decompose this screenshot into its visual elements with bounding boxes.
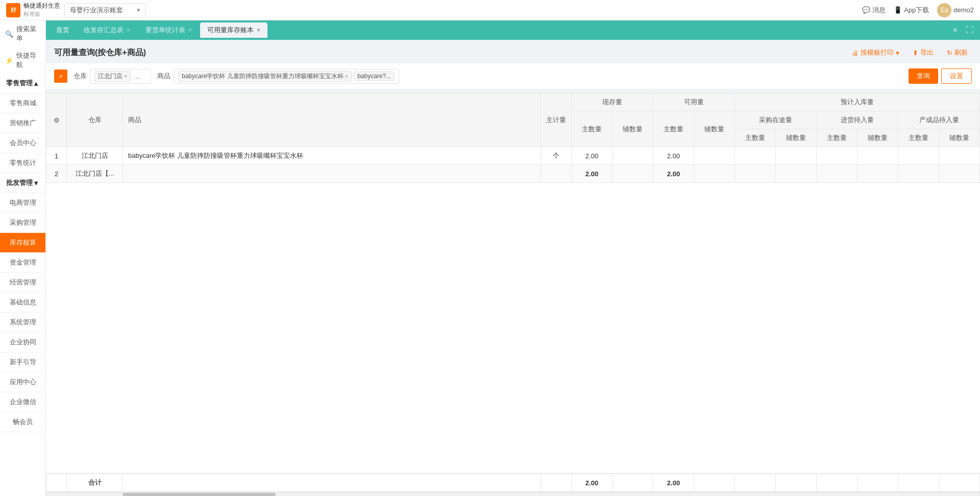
- th-warehouse: 仓库: [67, 93, 123, 147]
- page-actions: 🖨 按模板打印 ▾ ⬆ 导出 ↻ 刷新: [848, 46, 972, 59]
- warehouse-tag-close[interactable]: ×: [124, 73, 127, 79]
- th-available-aux: 辅数量: [694, 111, 735, 147]
- sidebar-item-enterprise-collab[interactable]: 企业协同: [0, 333, 45, 352]
- sidebar-item-purchase-mgmt[interactable]: 采购管理: [0, 213, 45, 233]
- export-icon: ⬆: [913, 49, 918, 57]
- main-layout: 🔍 搜索菜单 ⚡ 快捷导航 零售管理 ▲ 零售商城 营销推广 会员中心 零售统计…: [0, 20, 980, 496]
- sidebar-item-ecommerce-mgmt[interactable]: 电商管理: [0, 193, 45, 213]
- sidebar-item-new-guide[interactable]: 新手引导: [0, 352, 45, 372]
- table-scroll[interactable]: ⚙ 仓库 商品 主计量 现存量 可用量 预计入库量 主数量: [46, 93, 980, 473]
- export-label: 导出: [920, 48, 934, 57]
- tab-close-all-icon[interactable]: ×: [950, 25, 961, 36]
- th-main-unit: 主计量: [541, 93, 572, 147]
- nav-icon: ⚡: [5, 57, 13, 64]
- sidebar-item-retail-mall[interactable]: 零售商城: [0, 93, 45, 113]
- th-current-stock: 现存量: [572, 93, 653, 111]
- cell-inbound-pending-aux: [857, 147, 898, 165]
- scrollbar-thumb[interactable]: [122, 493, 276, 496]
- cell-production-pending-main: [898, 165, 939, 183]
- tab-order-stats[interactable]: 要货单统计表 ×: [138, 22, 199, 38]
- sidebar-item-basic-info[interactable]: 基础信息: [0, 293, 45, 313]
- sidebar-item-wholesale-mgmt[interactable]: 批发管理 ▼: [0, 173, 45, 193]
- print-btn[interactable]: 🖨 按模板打印 ▾: [848, 46, 903, 59]
- tab-close-icon[interactable]: ×: [257, 27, 260, 33]
- sidebar-search[interactable]: 🔍 搜索菜单: [0, 20, 45, 47]
- sidebar-item-label: 营销推广: [10, 119, 36, 128]
- refresh-btn[interactable]: ↻ 刷新: [943, 46, 972, 59]
- industry-label: 母婴行业演示账套: [70, 6, 123, 15]
- user-label: demo2: [953, 6, 974, 14]
- sidebar-item-retail-mgmt[interactable]: 零售管理 ▲: [0, 74, 45, 93]
- th-purchase-transit-main: 主数量: [735, 129, 776, 147]
- sidebar-item-inventory[interactable]: 库存核算: [0, 233, 45, 253]
- cell-production-pending-main: [898, 147, 939, 165]
- th-purchase-transit-aux: 辅数量: [776, 129, 817, 147]
- th-current-aux: 辅数量: [612, 111, 653, 147]
- export-btn[interactable]: ⬆ 导出: [909, 46, 938, 59]
- sidebar-item-member-vip[interactable]: 畅会员: [0, 412, 45, 432]
- sidebar-quick-nav[interactable]: ⚡ 快捷导航: [0, 47, 45, 74]
- filter-expand-btn[interactable]: »: [54, 69, 67, 83]
- tab-label: 要货单统计表: [145, 26, 185, 35]
- top-bar: 好 畅捷通好生意 标准版 母婴行业演示账套 ▾ 💬 消息 📱 App下载 Ea …: [0, 0, 980, 20]
- sidebar-item-finance-mgmt[interactable]: 资金管理: [0, 253, 45, 273]
- tab-close-icon[interactable]: ×: [127, 27, 130, 33]
- product-tag-1-close[interactable]: ×: [345, 73, 348, 79]
- print-label: 按模板打印: [861, 48, 894, 57]
- refresh-label: 刷新: [954, 48, 968, 57]
- footer-purchase-transit-aux: [776, 474, 817, 492]
- settings-icon[interactable]: ⚙: [54, 116, 60, 124]
- filter-more-icon[interactable]: ...: [133, 72, 141, 81]
- message-icon: 💬: [862, 6, 870, 14]
- cell-purchase-transit-main: [735, 147, 776, 165]
- th-purchase-transit: 采购在途量: [735, 111, 817, 129]
- cell-available-main: 2.00: [653, 147, 694, 165]
- footer-product-cell: [123, 474, 541, 492]
- sidebar-item-member-center[interactable]: 会员中心: [0, 133, 45, 153]
- footer-row: 合计 2.00 2.00: [46, 474, 980, 492]
- message-btn[interactable]: 💬 消息: [862, 6, 886, 15]
- th-inbound-pending-aux: 辅数量: [857, 129, 898, 147]
- tab-receivable-summary[interactable]: 收发存汇总表 ×: [77, 22, 137, 38]
- th-planned-inbound: 预计入库量: [735, 93, 980, 111]
- cell-warehouse: 江北门店: [67, 147, 123, 165]
- horizontal-scrollbar[interactable]: [46, 492, 980, 496]
- th-no: ⚙: [46, 93, 67, 147]
- tab-fullscreen-icon[interactable]: ⛶: [963, 25, 977, 36]
- cell-product: babycare学饮杯 儿童防摔防撞吸管杯重力球吸嘴杯宝宝水杯: [123, 147, 541, 165]
- query-button[interactable]: 查询: [909, 68, 938, 84]
- product-filter-input[interactable]: babycare学饮杯 儿童防摔防撞吸管杯重力球吸嘴杯宝宝水杯 × babyca…: [174, 69, 399, 84]
- sidebar-item-operations-mgmt[interactable]: 经营管理: [0, 273, 45, 293]
- tab-home[interactable]: 首页: [49, 22, 77, 38]
- footer-purchase-transit-main: [735, 474, 776, 492]
- th-product: 商品: [123, 93, 541, 147]
- cell-no: 1: [46, 147, 67, 165]
- sidebar-item-label: 电商管理: [10, 198, 36, 207]
- sidebar-item-app-center[interactable]: 应用中心: [0, 372, 45, 392]
- sidebar-item-retail-stats[interactable]: 零售统计: [0, 153, 45, 173]
- filter-actions: 查询 设置: [909, 68, 972, 84]
- sidebar-item-marketing[interactable]: 营销推广: [0, 113, 45, 133]
- message-label: 消息: [872, 6, 886, 15]
- sidebar-item-label: 零售管理: [6, 79, 33, 88]
- refresh-icon: ↻: [947, 49, 952, 57]
- cell-inbound-pending-main: [817, 147, 857, 165]
- product-filter-label: 商品: [157, 72, 170, 81]
- sidebar-item-label: 资金管理: [10, 258, 36, 267]
- footer-inbound-pending-main: [817, 474, 857, 492]
- sidebar-item-label: 企业协同: [10, 338, 36, 347]
- footer-available-main: 2.00: [653, 474, 694, 492]
- sidebar-item-system-mgmt[interactable]: 系统管理: [0, 313, 45, 333]
- user-area[interactable]: Ea demo2: [937, 3, 974, 17]
- industry-selector[interactable]: 母婴行业演示账套 ▾: [64, 3, 146, 17]
- tab-available-inventory[interactable]: 可用量库存账本 ×: [200, 22, 267, 38]
- warehouse-filter-input[interactable]: 江北门店 × ...: [90, 69, 151, 84]
- download-btn[interactable]: 📱 App下载: [894, 6, 929, 15]
- sidebar-item-enterprise-wechat[interactable]: 企业微信: [0, 392, 45, 412]
- cell-production-pending-aux: [939, 147, 980, 165]
- setting-button[interactable]: 设置: [941, 68, 972, 84]
- cell-purchase-transit-aux: [776, 165, 817, 183]
- logo-sub: 标准版: [23, 10, 60, 18]
- th-production-pending: 产成品待入量: [898, 111, 980, 129]
- tab-close-icon[interactable]: ×: [188, 27, 192, 33]
